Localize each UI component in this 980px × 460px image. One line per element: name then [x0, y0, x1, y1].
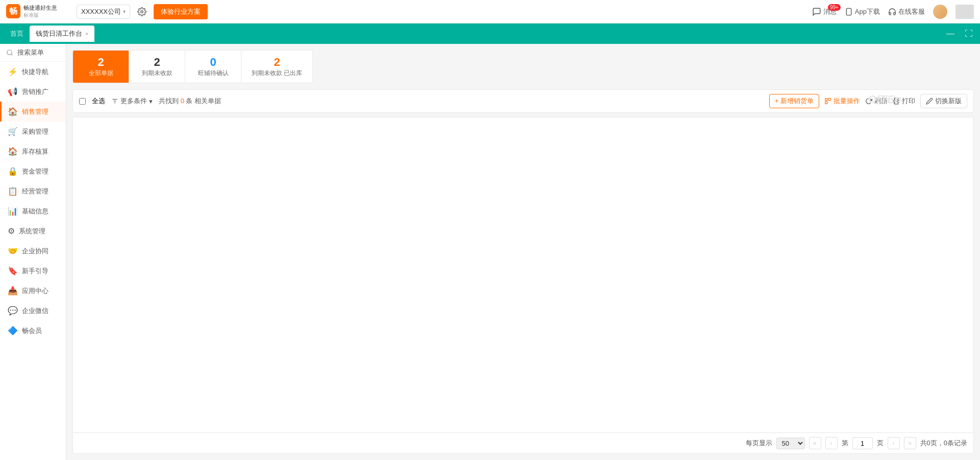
tab-active[interactable]: 钱货日清工作台 × [30, 26, 94, 42]
logo-line1: 畅捷通好生意 [23, 4, 57, 11]
purchase-icon: 🛒 [8, 127, 18, 136]
sidebar-item-system[interactable]: ⚙ 系统管理 [0, 221, 66, 241]
sidebar-item-label: 基础信息 [22, 207, 48, 216]
sidebar-item-marketing[interactable]: 📢 营销推广 [0, 82, 66, 102]
wechat-icon: 💬 [8, 306, 18, 316]
main-layout: 搜索菜单 ⚡ 快捷导航 📢 营销推广 🏠 销售管理 🛒 采购管理 🏠 库存核算 … [0, 44, 980, 460]
sidebar-item-label: 企业协同 [22, 247, 48, 256]
found-text: 共找到 0 条 相关单据 [159, 96, 221, 106]
app-download-button[interactable]: App下载 [845, 7, 880, 16]
guide-icon: 🔖 [8, 266, 18, 276]
sidebar-item-inventory[interactable]: 🏠 库存核算 [0, 141, 66, 161]
svg-rect-9 [828, 99, 830, 101]
svg-line-4 [11, 54, 13, 56]
sidebar-item-label: 应用中心 [22, 286, 48, 296]
tab-home[interactable]: 首页 [4, 26, 30, 42]
sidebar-item-label: 快捷导航 [22, 67, 48, 77]
pagination-bar: 每页显示 50 10 20 100 « ‹ 第 页 › » 共0页，0条记录 [72, 433, 974, 454]
tab-expand-button[interactable]: ⛶ [962, 28, 976, 39]
avatar[interactable] [933, 5, 947, 19]
page-label: 第 [842, 439, 848, 448]
page-size-select[interactable]: 50 10 20 100 [776, 438, 805, 449]
stat-tab-overdue[interactable]: 2 到期未收款 [129, 51, 185, 83]
sidebar-item-label: 营销推广 [22, 87, 48, 96]
sidebar-item-wechat[interactable]: 💬 企业微信 [0, 301, 66, 321]
print-button[interactable]: 打印 [893, 96, 915, 106]
found-count: 0 [181, 97, 184, 105]
member-icon: 🔷 [8, 326, 18, 335]
tab-close-icon[interactable]: × [85, 31, 88, 37]
select-all-checkbox[interactable] [79, 98, 86, 105]
more-filters-button[interactable]: 更多条件 ▾ [111, 96, 153, 106]
page-input[interactable] [852, 437, 873, 449]
toolbar: 全选 更多条件 ▾ 共找到 0 条 相关单据 [72, 89, 974, 113]
more-filters-label: 更多条件 [120, 96, 147, 106]
sales-icon: 🏠 [8, 107, 18, 116]
company-selector[interactable]: XXXXXX公司 ▾ [77, 5, 130, 19]
first-page-button[interactable]: « [809, 437, 821, 449]
online-service-button[interactable]: 在线客服 [888, 7, 925, 16]
sidebar-item-label: 销售管理 [22, 107, 48, 116]
table-area [72, 117, 974, 433]
new-sale-button[interactable]: + 新增销货单 [769, 94, 819, 108]
avatar-image [933, 5, 947, 19]
sidebar-item-cooperation[interactable]: 🤝 企业协同 [0, 241, 66, 261]
tab-minimize-button[interactable]: — [943, 28, 958, 39]
tab-active-label: 钱货日清工作台 [36, 29, 82, 38]
basic-info-icon: 📊 [8, 206, 18, 216]
svg-point-0 [141, 10, 143, 13]
sidebar-item-member[interactable]: 🔷 畅会员 [0, 321, 66, 341]
message-button[interactable]: 消息 99+ [812, 7, 837, 16]
sidebar-search-label: 搜索菜单 [17, 48, 44, 57]
sidebar-item-operation[interactable]: 📋 经营管理 [0, 181, 66, 201]
logo-line2: 标准版 [23, 12, 57, 19]
sidebar-item-label: 采购管理 [22, 127, 48, 136]
found-unit: 条 [186, 97, 192, 105]
sidebar-item-label: 系统管理 [19, 227, 45, 236]
sidebar-item-label: 库存核算 [22, 147, 48, 156]
toolbar-right: + 新增销货单 批量操作 刷新 [769, 94, 967, 108]
batch-label: 批量操作 [834, 96, 860, 106]
finance-icon: 🔒 [8, 166, 18, 176]
content-inner: 2 全部单据 2 到期未收款 0 旺辅待确认 2 到期未收款 已出库 [66, 44, 980, 460]
sidebar-item-purchase[interactable]: 🛒 采购管理 [0, 122, 66, 141]
sidebar-item-sales[interactable]: 🏠 销售管理 [0, 102, 66, 122]
stat-num-pending: 0 [195, 56, 231, 69]
trial-button[interactable]: 体验行业方案 [154, 4, 208, 19]
stat-label-overdue: 到期未收款 [142, 69, 173, 77]
refresh-button[interactable]: 刷新 [865, 96, 888, 106]
stat-num-overdue: 2 [139, 56, 175, 69]
prev-page-button[interactable]: ‹ [825, 437, 838, 449]
online-service-label: 在线客服 [898, 7, 925, 16]
sidebar-item-label: 畅会员 [22, 326, 42, 335]
stat-label-pending: 旺辅待确认 [198, 69, 229, 77]
found-suffix: 相关单据 [194, 97, 221, 105]
next-page-button[interactable]: › [888, 437, 900, 449]
svg-rect-8 [825, 99, 827, 101]
sidebar-search[interactable]: 搜索菜单 [0, 44, 66, 62]
marketing-icon: 📢 [8, 87, 18, 96]
svg-rect-1 [846, 8, 851, 15]
switch-new-button[interactable]: 切换新版 [920, 94, 967, 108]
svg-rect-11 [895, 102, 898, 105]
sidebar-item-guide[interactable]: 🔖 新手引导 [0, 261, 66, 281]
inventory-icon: 🏠 [8, 147, 18, 156]
logo-icon: 畅 [6, 4, 20, 18]
sidebar-item-quick-nav[interactable]: ⚡ 快捷导航 [0, 62, 66, 82]
system-icon: ⚙ [8, 226, 15, 236]
sidebar-item-app-center[interactable]: 📥 应用中心 [0, 281, 66, 301]
operation-icon: 📋 [8, 186, 18, 196]
tab-bar: 首页 钱货日清工作台 × — ⛶ [0, 23, 980, 44]
last-page-button[interactable]: » [904, 437, 916, 449]
top-header: 畅 畅捷通好生意 标准版 XXXXXX公司 ▾ 体验行业方案 消息 99+ Ap… [0, 0, 980, 23]
batch-operation-button[interactable]: 批量操作 [824, 96, 860, 106]
stat-tab-overdue-out[interactable]: 2 到期未收款 已出库 [241, 51, 312, 83]
stat-tab-all[interactable]: 2 全部单据 [73, 51, 129, 83]
sidebar-item-basic-info[interactable]: 📊 基础信息 [0, 201, 66, 221]
select-all-label: 全选 [92, 96, 105, 106]
stat-num-all: 2 [83, 56, 118, 69]
stat-tab-pending[interactable]: 0 旺辅待确认 [185, 51, 241, 83]
main-content: 2 全部单据 2 到期未收款 0 旺辅待确认 2 到期未收款 已出库 [66, 44, 980, 460]
settings-button[interactable] [134, 4, 150, 19]
sidebar-item-finance[interactable]: 🔒 资金管理 [0, 161, 66, 181]
